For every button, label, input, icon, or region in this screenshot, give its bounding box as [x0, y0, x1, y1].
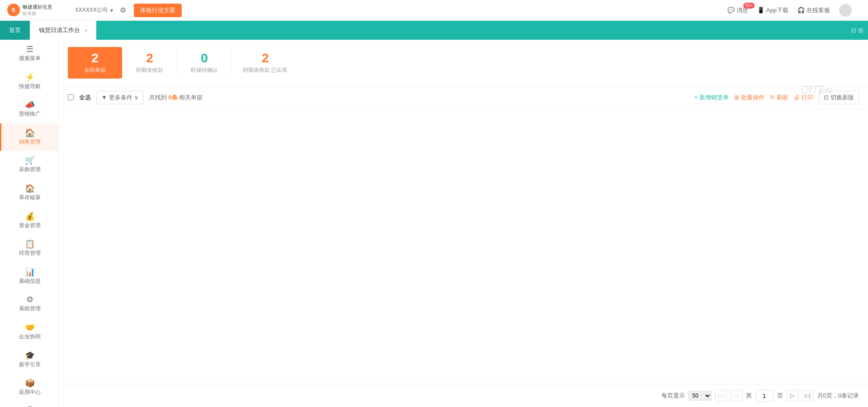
tab-active[interactable]: 钱货日清工作台 ×	[30, 21, 96, 40]
sidebar-item-sales[interactable]: 🏠 销售管理	[0, 123, 58, 151]
sidebar-item-marketing[interactable]: 📣 营销推广	[0, 95, 58, 123]
page-next-button[interactable]: ▷	[787, 390, 798, 402]
search-menu-icon: ☰	[26, 45, 33, 53]
logo-icon: 6	[7, 4, 20, 16]
logo-text: 畅捷通好生意 标准版	[23, 4, 52, 16]
message-badge: 99+	[743, 3, 755, 9]
online-service-button[interactable]: 🎧 在线客服	[797, 6, 830, 14]
batch-label: 批量操作	[741, 94, 764, 102]
sidebar-item-wechat[interactable]: 💬 企业微信	[0, 402, 58, 407]
app-icon: 📱	[757, 7, 764, 14]
page-first-button[interactable]: |◁	[715, 390, 727, 402]
tab-close-icon[interactable]: ×	[85, 28, 87, 33]
sidebar-label-capital: 资金管理	[19, 222, 41, 229]
sidebar-label-cooperation: 企业协同	[19, 333, 41, 341]
filter-button[interactable]: ▼ 更多条件 ∨	[96, 91, 144, 104]
table-area	[59, 109, 868, 384]
batch-operation-button[interactable]: ⊞ 批量操作	[734, 94, 764, 102]
company-selector[interactable]: XXXXXX公司 ▾	[75, 6, 113, 14]
settings-button[interactable]: ⚙	[117, 4, 129, 17]
base-info-icon: 📊	[25, 268, 35, 276]
tab-active-label: 钱货日清工作台	[39, 26, 80, 34]
stat-label-overdue-out: 到期未收款 已出库	[243, 66, 288, 74]
sidebar-item-base-info[interactable]: 📊 基础信息	[0, 262, 58, 290]
sidebar-label-marketing: 营销推广	[19, 111, 41, 118]
sidebar-item-operations[interactable]: 📋 经营管理	[0, 234, 58, 262]
found-prefix: 共找到	[149, 94, 167, 101]
add-sale-order-button[interactable]: + 新增销货单	[694, 94, 729, 102]
stat-card-all[interactable]: 2 全部单据	[68, 47, 122, 79]
system-icon: ⚙	[26, 295, 33, 304]
stat-card-pending[interactable]: 0 旺铺待确认	[177, 47, 231, 79]
nav-spacer	[96, 21, 851, 40]
stat-label-all: 全部单据	[84, 66, 106, 74]
page-input[interactable]	[755, 390, 774, 402]
sidebar-item-guide[interactable]: 🎓 新手引导	[0, 346, 58, 374]
refresh-button[interactable]: ↻ 刷新	[770, 94, 788, 102]
toolbar-right: + 新增销货单 ⊞ 批量操作 ↻ 刷新 🖨 打印 ⊡ 切换新版	[694, 91, 859, 104]
pagination-info: 共0页，0条记录	[817, 392, 859, 400]
sidebar-item-cooperation[interactable]: 🤝 企业协同	[0, 318, 58, 346]
tab-minimize-button[interactable]: ⊟	[851, 27, 856, 34]
sidebar-label-app-center: 应用中心	[19, 389, 41, 396]
company-dropdown-icon: ▾	[110, 7, 113, 14]
page-label-suffix: 页	[777, 392, 783, 400]
capital-icon: 💰	[25, 212, 35, 220]
sidebar-label-base-info: 基础信息	[19, 278, 41, 285]
tab-home[interactable]: 首页	[0, 21, 30, 40]
sidebar-item-capital[interactable]: 💰 资金管理	[0, 207, 58, 235]
sidebar-label-system: 系统管理	[19, 305, 41, 313]
found-count: 0条	[169, 94, 178, 101]
stat-num-overdue-out: 2	[262, 51, 269, 65]
tab-expand-button[interactable]: ⊞	[858, 27, 863, 34]
print-button[interactable]: 🖨 打印	[794, 94, 813, 102]
nav-tab-controls: ⊟ ⊞	[851, 21, 863, 40]
sidebar-item-system[interactable]: ⚙ 系统管理	[0, 290, 58, 318]
app-download-button[interactable]: 📱 App下载	[757, 6, 788, 14]
per-page-select[interactable]: 50 10 20 100	[689, 391, 712, 401]
main-layout: ☰ 搜索菜单 ⚡ 快捷导航 📣 营销推广 🏠 销售管理 🛒 采购管理 🏠 库存核…	[0, 40, 868, 407]
print-label: 打印	[802, 94, 813, 102]
stat-num-all: 2	[91, 51, 99, 65]
per-page-label: 每页显示	[661, 392, 685, 400]
print-icon: 🖨	[794, 94, 800, 101]
marketing-icon: 📣	[25, 101, 35, 109]
sidebar-item-purchase[interactable]: 🛒 采购管理	[0, 151, 58, 179]
guide-icon: 🎓	[25, 351, 35, 360]
try-button[interactable]: 体验行业方案	[134, 4, 182, 17]
stat-label-overdue: 到期未收款	[136, 66, 163, 74]
filter-label: 更多条件	[109, 94, 132, 102]
sidebar-label-guide: 新手引导	[19, 361, 41, 369]
select-all-checkbox[interactable]	[68, 94, 74, 100]
filter-dropdown-icon: ∨	[134, 94, 139, 101]
switch-new-version-button[interactable]: ⊡ 切换新版	[819, 91, 859, 104]
filter-icon: ▼	[101, 94, 107, 101]
refresh-label: 刷新	[777, 94, 788, 102]
sidebar: ☰ 搜索菜单 ⚡ 快捷导航 📣 营销推广 🏠 销售管理 🛒 采购管理 🏠 库存核…	[0, 40, 59, 407]
sidebar-item-quick-nav[interactable]: ⚡ 快捷导航	[0, 68, 58, 96]
app-center-icon: 📦	[25, 379, 35, 387]
page-prev-button[interactable]: ◁	[731, 390, 742, 402]
app-label: App下载	[766, 6, 788, 14]
sidebar-item-search-menu[interactable]: ☰ 搜索菜单	[0, 40, 58, 68]
sidebar-label-inventory: 库存核算	[19, 194, 41, 201]
pagination: 每页显示 50 10 20 100 |◁ ◁ 第 页 ▷ ▷| 共0页，0条记录	[59, 384, 868, 407]
avatar[interactable]	[839, 4, 852, 17]
message-button[interactable]: 💬 消息 99+	[727, 6, 748, 14]
quick-nav-icon: ⚡	[25, 73, 35, 81]
page-last-button[interactable]: ▷|	[802, 390, 814, 402]
stat-num-pending: 0	[201, 51, 208, 65]
sidebar-item-inventory[interactable]: 🏠 库存核算	[0, 179, 58, 207]
sidebar-item-app-center[interactable]: 📦 应用中心	[0, 374, 58, 402]
stat-card-overdue-out[interactable]: 2 到期未收款 已出库	[232, 47, 298, 79]
inventory-icon: 🏠	[25, 184, 35, 192]
stat-num-overdue: 2	[146, 51, 153, 65]
stats-bar: 2 全部单据 2 到期未收款 0 旺铺待确认 2 到期未收款 已出库	[59, 40, 868, 86]
logo-area: 6 畅捷通好生意 标准版	[7, 4, 66, 16]
operations-icon: 📋	[25, 240, 35, 248]
sales-icon: 🏠	[25, 129, 35, 137]
stat-card-overdue[interactable]: 2 到期未收款	[123, 47, 177, 79]
purchase-icon: 🛒	[25, 156, 35, 164]
stat-label-pending: 旺铺待确认	[191, 66, 218, 74]
message-icon: 💬	[727, 7, 735, 14]
